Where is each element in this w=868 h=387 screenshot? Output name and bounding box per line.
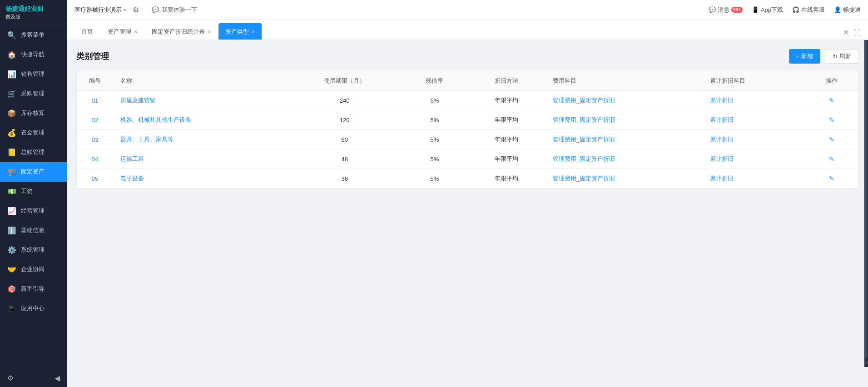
sidebar-label-inventory: 库存核算 [21,109,45,117]
cell-accumulated: 累计折旧 [703,169,805,189]
topbar: 医疗器械行业演示 ▾ ⚙ 💬 我要体验一下 💬 消息 99+ 📱 App下载 🎧… [67,0,868,20]
refresh-label: 刷新 [839,52,851,60]
col-method: 折旧方法 [467,71,546,91]
user-name: 畅捷通 [843,6,861,14]
table-row: 04 运输工具 48 5% 年限平均 管理费用_固定资产折旧 累计折旧 ✎ [77,149,858,169]
tab-asset-type[interactable]: 资产类型 × [218,23,262,40]
sidebar-label-basic-info: 基础信息 [21,226,45,234]
module-selector[interactable]: 医疗器械行业演示 ▾ [74,6,126,14]
sidebar-icon-guide: 🎯 [7,285,16,293]
sidebar-label-payroll: 工资 [21,187,33,195]
sidebar-item-system[interactable]: ⚙️系统管理 [0,240,67,260]
app-download-button[interactable]: 📱 App下载 [752,6,783,14]
sidebar-item-inventory[interactable]: 📦库存核算 [0,104,67,123]
collapse-icon[interactable]: ◀ [55,374,60,382]
sidebar-icon-inventory: 📦 [7,109,16,118]
tab-depreciation-stats-close[interactable]: × [208,29,211,35]
cell-id: 05 [77,169,113,189]
tab-asset-management-close[interactable]: × [134,29,137,35]
messages-button[interactable]: 💬 消息 99+ [709,6,743,14]
online-service-icon: 🎧 [792,6,799,13]
col-period: 使用期限（月） [288,71,402,91]
tab-home-label: 首页 [81,28,93,36]
tab-close-all-icon[interactable]: ✕ [843,28,849,37]
cell-period: 60 [288,130,402,149]
col-actions: 操作 [804,71,858,91]
sidebar-item-ledger[interactable]: 📒总账管理 [0,143,67,162]
sidebar-icon-ledger: 📒 [7,148,16,157]
edit-icon[interactable]: ✎ [829,155,834,163]
sidebar-item-sales[interactable]: 📊销售管理 [0,64,67,84]
module-chevron-icon: ▾ [124,7,126,13]
sidebar-item-fixed-assets[interactable]: 🏗️固定资产 [0,162,67,182]
cell-residual: 5% [402,91,467,110]
sidebar-icon-search: 🔍 [7,31,16,40]
new-button[interactable]: + 新增 [789,49,820,64]
cell-expense: 管理费用_固定资产折旧 [546,149,703,169]
tab-asset-type-close[interactable]: × [252,29,255,35]
cell-actions: ✎ [804,91,858,110]
sidebar-item-collab[interactable]: 🤝企业协同 [0,260,67,279]
sidebar-label-fixed-assets: 固定资产 [21,168,45,176]
sidebar-icon-collab: 🤝 [7,265,16,274]
edit-icon[interactable]: ✎ [829,97,834,104]
logo-title: 畅捷通好业财 [5,5,62,14]
sidebar-icon-fixed-assets: 🏗️ [7,168,16,176]
sidebar-item-app-center[interactable]: 📱应用中心 [0,299,67,318]
sidebar-nav: 🔍搜索菜单🏠快捷导航📊销售管理🛒采购管理📦库存核算💰资金管理📒总账管理🏗️固定资… [0,25,67,369]
sidebar-icon-system: ⚙️ [7,246,16,254]
sidebar-item-quick-nav[interactable]: 🏠快捷导航 [0,45,67,64]
page-header: 类别管理 + 新增 ↻ 刷新 [76,49,859,64]
online-service-button[interactable]: 🎧 在线客服 [792,6,825,14]
sidebar-icon-basic-info: ℹ️ [7,226,16,235]
sidebar-label-collab: 企业协同 [21,265,45,273]
user-icon: 👤 [834,6,841,13]
sidebar-icon-app-center: 📱 [7,304,16,313]
page-title: 类别管理 [76,51,109,62]
edit-icon[interactable]: ✎ [829,175,834,182]
main-area: 医疗器械行业演示 ▾ ⚙ 💬 我要体验一下 💬 消息 99+ 📱 App下载 🎧… [67,0,868,387]
sidebar-item-operations[interactable]: 📈经营管理 [0,201,67,221]
settings-icon[interactable]: ⚙ [7,374,14,382]
cell-actions: ✎ [804,169,858,189]
sidebar-item-capital[interactable]: 💰资金管理 [0,123,67,143]
content-area: 类别管理 + 新增 ↻ 刷新 编号 名称 使用期限（月） 残值率 折旧方法 [67,40,868,387]
cell-name: 运输工具 [113,149,288,169]
tab-asset-management[interactable]: 资产管理 × [101,23,144,40]
tabbar-actions: ✕ ⛶ [843,28,861,40]
refresh-button[interactable]: ↻ 刷新 [825,49,859,64]
module-name: 医疗器械行业演示 [74,6,122,14]
tab-expand-icon[interactable]: ⛶ [853,29,861,37]
cell-period: 120 [288,110,402,130]
online-service-label: 在线客服 [801,6,825,14]
cell-name: 器具、工具、家具等 [113,130,288,149]
user-menu[interactable]: 👤 畅捷通 [834,6,861,14]
trial-button[interactable]: 💬 我要体验一下 [152,6,197,14]
tab-depreciation-stats[interactable]: 固定资产折旧统计表 × [145,23,218,40]
sidebar-item-guide[interactable]: 🎯新手引导 [0,279,67,299]
sidebar-item-purchase[interactable]: 🛒采购管理 [0,84,67,104]
topbar-left: 医疗器械行业演示 ▾ ⚙ 💬 我要体验一下 [74,5,197,14]
sidebar-item-basic-info[interactable]: ℹ️基础信息 [0,221,67,240]
sidebar-item-search[interactable]: 🔍搜索菜单 [0,25,67,45]
tab-asset-management-label: 资产管理 [108,28,131,36]
table-row: 01 房屋及建筑物 240 5% 年限平均 管理费用_固定资产折旧 累计折旧 ✎ [77,91,858,110]
cell-residual: 5% [402,149,467,169]
app-download-label: App下载 [761,6,783,14]
sidebar-item-payroll[interactable]: 💵工资 [0,182,67,201]
tab-home[interactable]: 首页 [74,23,100,40]
cell-accumulated: 累计折旧 [703,91,805,110]
cell-accumulated: 累计折旧 [703,149,805,169]
cell-actions: ✎ [804,149,858,169]
category-table: 编号 名称 使用期限（月） 残值率 折旧方法 费用科目 累计折旧科目 操作 01… [76,71,859,189]
cell-accumulated: 累计折旧 [703,130,805,149]
col-residual: 残值率 [402,71,467,91]
trial-label: 我要体验一下 [162,6,197,14]
cell-id: 03 [77,130,113,149]
edit-icon[interactable]: ✎ [829,116,834,124]
sidebar-icon-sales: 📊 [7,70,16,79]
edit-icon[interactable]: ✎ [829,136,834,143]
sidebar-label-app-center: 应用中心 [21,304,45,313]
topbar-gear-icon[interactable]: ⚙ [133,5,139,14]
sidebar-label-system: 系统管理 [21,246,45,254]
